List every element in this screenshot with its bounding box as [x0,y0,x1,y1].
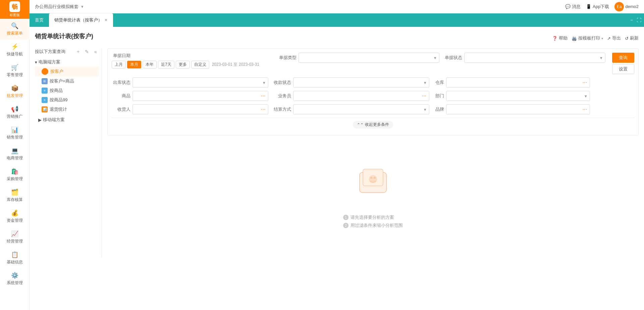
tree-item-return-icon: 📊 [42,106,48,112]
industry-label: 办公用品行业模拟账套 [35,4,78,10]
date-btn-more[interactable]: 更多 [176,61,190,68]
sidebar-item-ecommerce[interactable]: 💻 电商管理 [0,144,30,164]
edit-scheme-btn[interactable]: ✎ [84,48,90,55]
help-btn[interactable]: ❓ 帮助 [552,35,568,41]
tab-minimize-icon[interactable]: － [629,17,634,23]
query-btn-area: 查询 设置 [612,53,634,74]
sidebar-item-retail[interactable]: 🛒 零售管理 [0,60,30,81]
date-btn-this-year[interactable]: 本年 [143,61,157,68]
tree-group-mobile-label[interactable]: ▶ 移动端方案 [35,115,99,124]
bill-type-label: 单据类型 [278,55,297,61]
page-title: 销货单统计表(按客户) [35,32,93,40]
sidebar-logo[interactable]: 畅 标图版 [0,0,30,19]
sidebar-item-label: 营销推广 [7,114,23,119]
sidebar-item-label: 零售管理 [7,72,23,78]
dept-select[interactable]: ▾ [446,91,590,101]
sidebar-item-biz[interactable]: 📈 经营管理 [0,227,30,248]
out-status-label: 出库状态 [112,80,130,86]
date-filter-buttons: 上月 本月 本年 近7天 更多 自定义 2023-03-01 至 2023-03… [112,61,259,68]
message-icon: 💬 [565,4,571,9]
date-btn-last-month[interactable]: 上月 [112,61,126,68]
avatar: Ea [614,2,624,11]
date-range: 2023-03-01 至 2023-03-31 [212,62,259,67]
tab-home[interactable]: 首页 [30,13,49,27]
export-label: 导出 [612,35,621,41]
collapse-btn[interactable]: ⌃⌃ 收起更多条件 [353,121,393,128]
payment-select[interactable]: ▾ [293,104,429,114]
sidebar-item-system[interactable]: ⚙️ 系统管理 [0,268,30,289]
sidebar-item-purchase[interactable]: 🛍️ 采购管理 [0,164,30,185]
add-scheme-btn[interactable]: ＋ [75,48,82,55]
left-panel: 按以下方案查询 ＋ ✎ « ▾ 电脑端方案 按客户 [35,48,102,257]
date-btn-7days[interactable]: 近7天 [158,61,174,68]
date-btn-custom[interactable]: 自定义 [191,61,209,68]
biz-icon: 📈 [11,230,18,238]
sidebar-item-quick-nav[interactable]: ⚡ 快捷导航 [0,40,30,60]
basic-icon: 📋 [11,251,18,258]
user-profile-btn[interactable]: Ea demo2 [614,2,639,11]
receiver-select[interactable]: ··· [132,104,268,114]
user-label: demo2 [625,4,639,9]
sidebar-item-sales[interactable]: 📊 销售管理 [0,123,30,144]
help-icon: ❓ [552,36,557,41]
tree-item-return-stat[interactable]: 📊 退货统计 [35,105,99,114]
export-icon: ↗ [607,36,611,41]
sidebar-item-label: 销售管理 [7,135,23,140]
sidebar-item-search[interactable]: 🔍 搜索菜单 [0,19,30,40]
sidebar-item-inventory[interactable]: 🗂️ 库存核算 [0,185,30,206]
marketing-icon: 📢 [11,105,18,113]
dept-arrow-icon: ▾ [585,94,587,99]
tree-item-goods99[interactable]: ≡ 按商品99 [35,95,99,105]
empty-tip-2: 用过滤条件来缩小分析范围 [351,222,403,228]
receiver-label: 收货人 [112,106,130,112]
query-button[interactable]: 查询 [612,53,634,63]
left-panel-header: 按以下方案查询 ＋ ✎ « [35,48,99,55]
tree-group-mobile-text: 移动端方案 [43,117,65,123]
sidebar-item-label: 资金管理 [7,218,23,223]
app-download-btn[interactable]: 📱 App下载 [586,4,609,10]
sidebar-item-finance[interactable]: 💰 资金管理 [0,206,30,227]
sidebar-item-label: 经营管理 [7,239,23,244]
sidebar-item-wholesale[interactable]: 📦 批发管理 [0,81,30,102]
date-btn-this-month[interactable]: 本月 [127,61,141,68]
tree-item-return-label: 退货统计 [50,106,67,112]
export-btn[interactable]: ↗ 导出 [607,35,621,41]
tab-close-icon[interactable]: ✕ [104,18,108,22]
filter-and-content: 按以下方案查询 ＋ ✎ « ▾ 电脑端方案 按客户 [35,48,639,257]
tree-item-by-goods[interactable]: ≡ 按商品 [35,86,99,95]
salesman-select[interactable]: ··· [293,91,429,101]
sidebar-item-basic[interactable]: 📋 基础信息 [0,248,30,268]
brand-select[interactable]: ··· [446,104,590,114]
topbar-left: 办公用品行业模拟账套 ▾ [35,4,84,10]
refresh-btn[interactable]: ↺ 刷新 [625,35,639,41]
salesman-dots-icon: ··· [422,93,426,99]
filter-area: 单据日期 上月 本月 本年 近7天 更多 自定义 2023-03-01 至 20… [107,48,639,136]
app-download-icon: 📱 [586,4,591,9]
sidebar-item-label: 搜索菜单 [7,31,23,36]
tree-item-customer-goods[interactable]: ⊞ 按客户+商品 [35,76,99,86]
print-label: 按模板打印 [578,35,600,41]
collapse-up-icon: ⌃⌃ [357,122,364,127]
print-btn[interactable]: 🖨️ 按模板打印 ▾ [572,35,603,41]
warehouse-select[interactable]: ··· [446,78,590,88]
refresh-icon: ↺ [625,36,629,41]
bill-type-select[interactable]: ▾ [299,53,440,63]
goods-select[interactable]: ··· [132,91,268,101]
app-download-label: App下载 [593,4,609,10]
bill-status-select[interactable]: ▾ [464,53,605,63]
message-btn[interactable]: 💬 消息 [565,4,581,10]
sidebar-item-marketing[interactable]: 📢 营销推广 [0,102,30,123]
left-panel-actions: ＋ ✎ « [75,48,99,55]
tab-sales-stat[interactable]: 销货单统计表（按客户） ✕ [49,13,113,27]
main-area: 办公用品行业模拟账套 ▾ 💬 消息 📱 App下载 Ea demo2 首页 [30,0,644,310]
receive-status-select[interactable]: ▾ [293,78,429,88]
collapse-panel-btn[interactable]: « [92,48,99,55]
tree-collapse-icon: ▶ [38,117,42,122]
setting-button[interactable]: 设置 [612,64,634,74]
tree-item-by-customer[interactable]: 按客户 [35,66,99,76]
tree-expand-icon: ▾ [35,60,37,65]
out-status-select[interactable]: ▾ [132,78,268,88]
dropdown-arrow-icon[interactable]: ▾ [81,4,84,9]
tree-group-desktop-label[interactable]: ▾ 电脑端方案 [35,58,99,66]
tab-maximize-icon[interactable]: ⛶ [637,17,641,23]
